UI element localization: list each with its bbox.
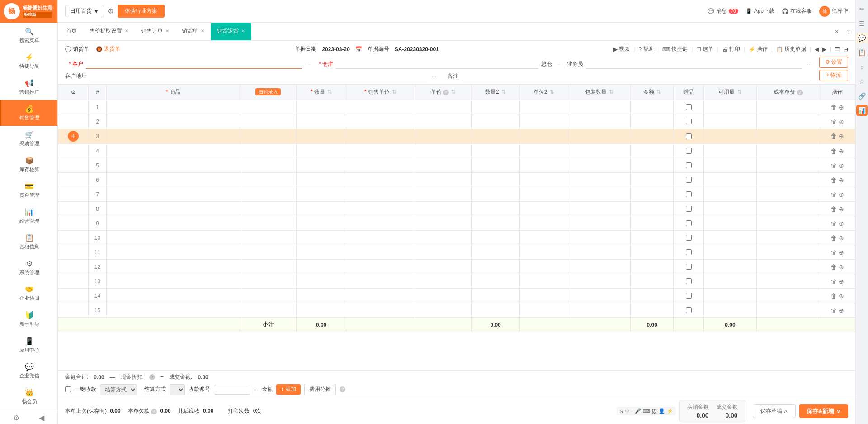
td-pack-qty[interactable] bbox=[568, 144, 630, 158]
gift-checkbox[interactable] bbox=[686, 162, 692, 168]
td-product[interactable] bbox=[107, 289, 240, 303]
td-pack-qty[interactable] bbox=[568, 260, 630, 274]
td-unit-price[interactable] bbox=[415, 100, 471, 114]
td-qty2[interactable] bbox=[472, 231, 520, 245]
app-download-btn[interactable]: 📱 App下载 bbox=[745, 7, 774, 15]
salesperson-input[interactable] bbox=[586, 59, 802, 69]
product-input[interactable] bbox=[109, 133, 237, 139]
td-qty2[interactable] bbox=[472, 144, 520, 158]
td-qty2[interactable] bbox=[472, 216, 520, 231]
td-unit2[interactable] bbox=[520, 158, 568, 173]
sidebar-item-wechat[interactable]: 💬 企业微信 bbox=[0, 358, 57, 384]
td-product[interactable] bbox=[107, 216, 240, 231]
td-gift[interactable] bbox=[674, 245, 704, 260]
trial-btn[interactable]: 体验行业方案 bbox=[118, 5, 165, 18]
td-unit-price[interactable] bbox=[415, 158, 471, 173]
td-pack-qty[interactable] bbox=[568, 202, 630, 216]
td-gift[interactable] bbox=[674, 231, 704, 245]
gift-checkbox[interactable] bbox=[686, 148, 692, 154]
gift-checkbox[interactable] bbox=[686, 307, 692, 313]
delete-row-icon[interactable]: 🗑 bbox=[830, 191, 837, 198]
copy-row-icon[interactable]: ⊕ bbox=[839, 133, 844, 140]
sidebar-item-inventory[interactable]: 📦 库存核算 bbox=[0, 152, 57, 177]
td-sales-unit[interactable] bbox=[346, 274, 415, 289]
td-amount[interactable] bbox=[631, 289, 674, 303]
td-gift[interactable] bbox=[674, 129, 704, 144]
td-qty2[interactable] bbox=[472, 129, 520, 144]
delete-row-icon[interactable]: 🗑 bbox=[830, 278, 837, 285]
sidebar-item-app-center[interactable]: 📱 应用中心 bbox=[0, 332, 57, 358]
td-unit2[interactable] bbox=[520, 274, 568, 289]
scan-btn[interactable]: 扫码录入 bbox=[255, 88, 281, 95]
td-quantity[interactable] bbox=[297, 231, 346, 245]
td-available[interactable] bbox=[704, 303, 757, 318]
tab-sales-return-close-icon[interactable]: ✕ bbox=[241, 29, 245, 33]
td-available[interactable] bbox=[704, 100, 757, 114]
td-gift[interactable] bbox=[674, 144, 704, 158]
copy-row-icon[interactable]: ⊕ bbox=[839, 148, 844, 155]
td-gift[interactable] bbox=[674, 274, 704, 289]
td-sales-unit[interactable] bbox=[346, 245, 415, 260]
th-scan[interactable]: 扫码录入 bbox=[240, 85, 297, 100]
fee-split-btn[interactable]: 费用分摊 bbox=[304, 384, 336, 395]
td-pack-qty[interactable] bbox=[568, 289, 630, 303]
td-unit-price[interactable] bbox=[415, 202, 471, 216]
td-gift[interactable] bbox=[674, 114, 704, 129]
gift-checkbox[interactable] bbox=[686, 235, 692, 241]
td-quantity[interactable] bbox=[297, 274, 346, 289]
rp-dashboard-icon[interactable]: 📊 bbox=[856, 105, 868, 116]
save-new-btn[interactable]: 保存&新增 ∨ bbox=[799, 404, 848, 418]
gift-checkbox[interactable] bbox=[686, 133, 692, 139]
td-quantity[interactable] bbox=[297, 173, 346, 187]
td-unit2[interactable] bbox=[520, 245, 568, 260]
radio-return[interactable]: 退货单 bbox=[96, 45, 120, 53]
td-qty2[interactable] bbox=[472, 158, 520, 173]
td-unit2[interactable] bbox=[520, 114, 568, 129]
td-unit-price[interactable] bbox=[415, 245, 471, 260]
td-quantity[interactable] bbox=[297, 114, 346, 129]
toolbar-view-card[interactable]: ☰ bbox=[835, 46, 840, 52]
gift-checkbox[interactable] bbox=[686, 264, 692, 270]
customer-input[interactable] bbox=[86, 59, 302, 69]
td-pack-qty[interactable] bbox=[568, 129, 630, 144]
td-available[interactable] bbox=[704, 260, 757, 274]
td-available[interactable] bbox=[704, 289, 757, 303]
td-qty2[interactable] bbox=[472, 114, 520, 129]
sidebar-item-enterprise[interactable]: 🤝 企业协同 bbox=[0, 281, 57, 306]
td-sales-unit[interactable] bbox=[346, 303, 415, 318]
sidebar-item-marketing[interactable]: 📢 营销推广 bbox=[0, 74, 57, 100]
td-amount[interactable] bbox=[631, 158, 674, 173]
td-pack-qty[interactable] bbox=[568, 303, 630, 318]
radio-sales[interactable]: 销货单 bbox=[65, 45, 89, 53]
sort-amount-icon[interactable]: ⇅ bbox=[656, 89, 661, 95]
tab-sales-order-close-icon[interactable]: ✕ bbox=[165, 29, 169, 33]
delete-row-icon[interactable]: 🗑 bbox=[830, 292, 837, 300]
copy-row-icon[interactable]: ⊕ bbox=[839, 249, 844, 256]
td-pack-qty[interactable] bbox=[568, 245, 630, 260]
td-quantity[interactable] bbox=[297, 216, 346, 231]
th-settings[interactable]: ⚙ bbox=[58, 85, 89, 100]
td-amount[interactable] bbox=[631, 245, 674, 260]
delete-row-icon[interactable]: 🗑 bbox=[830, 104, 837, 111]
copy-row-icon[interactable]: ⊕ bbox=[839, 176, 844, 184]
td-product[interactable] bbox=[107, 144, 240, 158]
td-unit-price[interactable] bbox=[415, 274, 471, 289]
td-available[interactable] bbox=[704, 216, 757, 231]
td-product[interactable] bbox=[107, 245, 240, 260]
delete-row-icon[interactable]: 🗑 bbox=[830, 205, 837, 213]
one-click-pay-checkbox[interactable] bbox=[65, 386, 71, 392]
td-quantity[interactable] bbox=[297, 202, 346, 216]
warehouse-dots-btn[interactable]: ··· bbox=[557, 61, 562, 68]
td-unit-price[interactable] bbox=[415, 289, 471, 303]
toolbar-select[interactable]: ☐ 选单 bbox=[696, 45, 713, 53]
toolbar-shortcut[interactable]: ⌨ 快捷键 bbox=[662, 45, 688, 53]
td-unit2[interactable] bbox=[520, 289, 568, 303]
sidebar-item-sales[interactable]: 💰 销售管理 bbox=[0, 100, 57, 126]
td-qty2[interactable] bbox=[472, 274, 520, 289]
rp-link-icon[interactable]: 🔗 bbox=[856, 91, 868, 101]
td-qty2[interactable] bbox=[472, 173, 520, 187]
td-available[interactable] bbox=[704, 274, 757, 289]
tab-price-close-icon[interactable]: ✕ bbox=[125, 29, 128, 33]
toolbar-history[interactable]: 📋 历史单据 bbox=[776, 45, 806, 53]
td-unit-price[interactable] bbox=[415, 144, 471, 158]
